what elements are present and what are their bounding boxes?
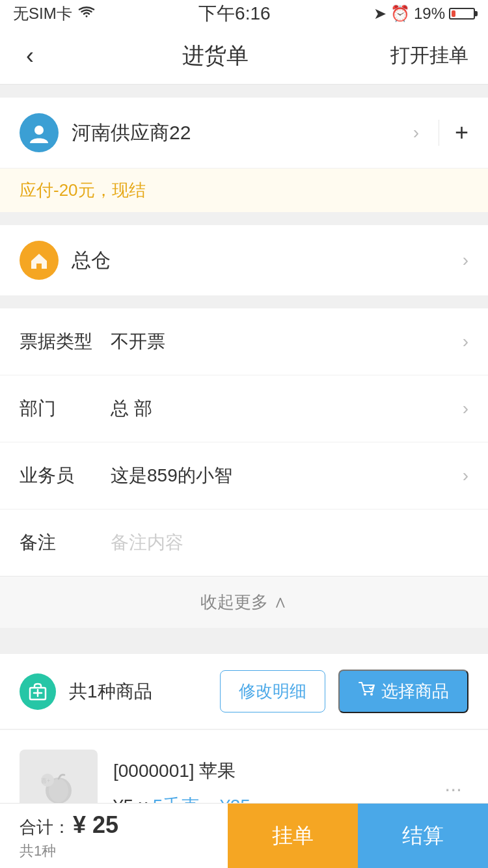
form-section: 票据类型 不开票 › 部门 总 部 › 业务员 这是859的小智 › 备注 备注…: [0, 308, 488, 576]
svg-point-3: [364, 693, 366, 696]
open-pending-button[interactable]: 打开挂单: [390, 42, 468, 69]
battery-icon: [449, 8, 475, 20]
supplier-notice: 应付-20元，现结: [0, 169, 488, 212]
cart-icon: [358, 681, 376, 701]
suspend-button[interactable]: 挂单: [228, 804, 358, 869]
status-right: ➤ ⏰ 19%: [373, 5, 475, 23]
form-row-invoice[interactable]: 票据类型 不开票 ›: [0, 308, 488, 375]
alarm-icon: ⏰: [390, 5, 410, 23]
back-button[interactable]: ‹: [20, 36, 40, 76]
svg-point-4: [370, 693, 373, 696]
wifi-icon: [77, 5, 96, 23]
svg-point-0: [34, 126, 44, 135]
section-gap-3: [0, 628, 488, 641]
department-label: 部门: [20, 396, 98, 421]
form-row-department[interactable]: 部门 总 部 ›: [0, 375, 488, 442]
battery-fill: [452, 10, 455, 17]
svg-rect-1: [36, 264, 42, 269]
supplier-name: 河南供应商22: [72, 120, 413, 146]
add-button[interactable]: +: [455, 119, 468, 146]
warehouse-icon: [20, 241, 59, 280]
total-count: 共1种: [20, 841, 208, 861]
total-label: 合计：: [20, 816, 70, 839]
remark-label: 备注: [20, 530, 98, 555]
product-name: [0000001] 苹果: [113, 759, 422, 783]
remark-value: 备注内容: [98, 530, 468, 555]
svg-text:喜+: 喜+: [41, 778, 50, 784]
collapse-bar[interactable]: 收起更多 ∧: [0, 576, 488, 628]
status-left: 无SIM卡: [13, 3, 96, 24]
supplier-row[interactable]: 河南供应商22 › +: [0, 98, 488, 169]
department-value: 总 部: [98, 396, 463, 421]
main-content: 河南供应商22 › + 应付-20元，现结 总仓 › 票据类型 不开票 › 部门…: [0, 85, 488, 868]
warehouse-name: 总仓: [72, 247, 463, 274]
invoice-chevron-icon: ›: [463, 331, 468, 352]
warehouse-row[interactable]: 总仓 ›: [0, 225, 488, 295]
section-gap-1: [0, 85, 488, 98]
location-icon: ➤: [373, 5, 386, 23]
warehouse-chevron-icon: ›: [463, 250, 468, 271]
battery-percent: 19%: [414, 5, 445, 23]
product-title-name: 苹果: [199, 761, 236, 781]
checkout-button[interactable]: 结算: [358, 804, 488, 869]
nav-bar: ‹ 进货单 打开挂单: [0, 27, 488, 85]
salesperson-value: 这是859的小智: [98, 463, 463, 488]
product-header: 共1种商品 修改明细 选择商品: [0, 654, 488, 729]
form-row-remark[interactable]: 备注 备注内容: [0, 509, 488, 576]
total-section: 合计： ¥ 25 共1种: [0, 811, 228, 861]
select-product-button[interactable]: 选择商品: [338, 670, 468, 713]
salesperson-chevron-icon: ›: [463, 465, 468, 486]
supplier-section: 河南供应商22 › + 应付-20元，现结: [0, 98, 488, 212]
product-more-button[interactable]: ···: [438, 770, 468, 807]
edit-detail-button[interactable]: 修改明细: [220, 670, 325, 712]
page-title: 进货单: [182, 41, 249, 71]
product-count-icon: [20, 673, 56, 710]
total-amount: ¥ 25: [73, 811, 118, 839]
department-chevron-icon: ›: [463, 398, 468, 419]
product-code: [0000001]: [113, 761, 195, 781]
section-gap-2: [0, 212, 488, 225]
invoice-label: 票据类型: [20, 329, 98, 354]
product-count-text: 共1种商品: [69, 679, 207, 704]
bottom-bar: 合计： ¥ 25 共1种 挂单 结算: [0, 803, 488, 868]
status-bar: 无SIM卡 下午6:16 ➤ ⏰ 19%: [0, 0, 488, 27]
supplier-divider: [439, 120, 439, 146]
supplier-avatar: [20, 113, 59, 152]
form-row-salesperson[interactable]: 业务员 这是859的小智 ›: [0, 442, 488, 509]
select-product-label: 选择商品: [381, 680, 449, 703]
carrier-text: 无SIM卡: [13, 3, 72, 24]
invoice-value: 不开票: [98, 329, 463, 354]
salesperson-label: 业务员: [20, 463, 98, 488]
supplier-chevron-icon: ›: [413, 122, 419, 143]
status-time: 下午6:16: [198, 1, 271, 26]
